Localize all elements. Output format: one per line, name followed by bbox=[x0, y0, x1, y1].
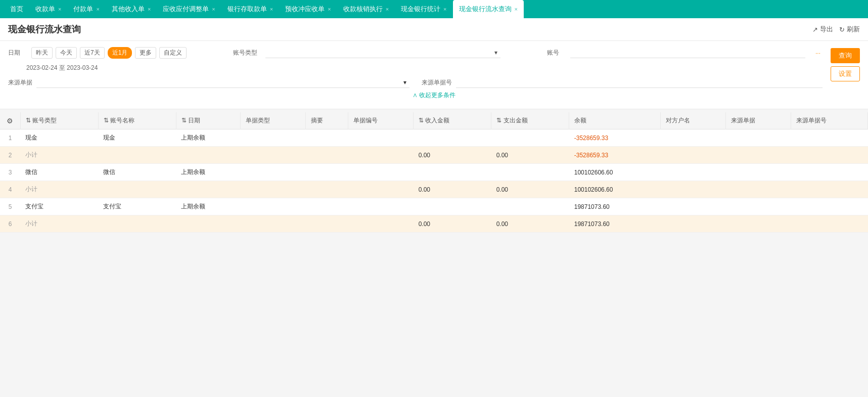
cell-source-doc bbox=[726, 129, 791, 147]
col-gear[interactable]: ⚙ bbox=[0, 112, 20, 129]
date-label: 日期 bbox=[8, 49, 23, 57]
col-account-type[interactable]: ⇅ 账号类型 bbox=[20, 112, 98, 129]
col-source-doc-no: 来源单据号 bbox=[791, 112, 868, 129]
cell-counterpart bbox=[661, 129, 726, 147]
cell-account-name bbox=[98, 181, 176, 198]
cell-index: 2 bbox=[0, 147, 20, 164]
col-doc-no: 单据编号 bbox=[348, 112, 414, 129]
nav-other-income-close[interactable]: × bbox=[148, 6, 151, 12]
cell-summary bbox=[305, 215, 348, 233]
table-header-row: ⚙ ⇅ 账号类型 ⇅ 账号名称 ⇅ 日期 单据类型 摘要 bbox=[0, 112, 868, 129]
cell-index: 1 bbox=[0, 129, 20, 147]
refresh-button[interactable]: ↻ 刷新 bbox=[839, 25, 860, 34]
col-date[interactable]: ⇅ 日期 bbox=[176, 112, 240, 129]
cell-source-doc bbox=[726, 147, 791, 164]
date-btn-custom[interactable]: 自定义 bbox=[159, 47, 187, 59]
date-btn-more[interactable]: 更多 bbox=[135, 47, 156, 59]
cell-account-type: 小计 bbox=[20, 147, 98, 164]
account-type-dropdown-icon: ▾ bbox=[494, 49, 497, 56]
cell-source-doc-no bbox=[791, 129, 868, 147]
nav-advance-offset-close[interactable]: × bbox=[328, 6, 331, 12]
nav-advance-offset[interactable]: 预收冲应收单 × bbox=[279, 0, 337, 18]
export-button[interactable]: ↗ 导出 bbox=[812, 25, 833, 34]
cell-summary bbox=[305, 129, 348, 147]
nav-bank-deposit-label: 银行存取款单 bbox=[227, 5, 267, 14]
col-doc-type: 单据类型 bbox=[240, 112, 305, 129]
account-ellipsis-btn[interactable]: ··· bbox=[813, 50, 823, 57]
cell-source-doc-no bbox=[791, 181, 868, 198]
nav-bank-deposit-close[interactable]: × bbox=[270, 6, 273, 12]
date-btn-7days[interactable]: 近7天 bbox=[80, 47, 105, 59]
cell-doc-type bbox=[240, 215, 305, 233]
date-range-display: 2023-02-24 至 2023-03-24 bbox=[26, 64, 98, 71]
settings-button[interactable]: 设置 bbox=[831, 66, 860, 81]
cell-doc-no bbox=[348, 181, 414, 198]
nav-bank-deposit[interactable]: 银行存取款单 × bbox=[221, 0, 279, 18]
cell-date bbox=[176, 215, 240, 233]
cell-income bbox=[414, 164, 491, 181]
account-input[interactable] bbox=[570, 48, 805, 58]
nav-other-income[interactable]: 其他收入单 × bbox=[106, 0, 157, 18]
nav-payments[interactable]: 付款单 × bbox=[67, 0, 105, 18]
col-expense[interactable]: ⇅ 支出金额 bbox=[491, 112, 569, 129]
cell-doc-type bbox=[240, 198, 305, 215]
col-account-name[interactable]: ⇅ 账号名称 bbox=[98, 112, 176, 129]
date-btn-yesterday[interactable]: 昨天 bbox=[31, 47, 53, 59]
cell-account-name bbox=[98, 215, 176, 233]
nav-cash-bank-stats[interactable]: 现金银行统计 × bbox=[395, 0, 452, 18]
col-income[interactable]: ⇅ 收入金额 bbox=[414, 112, 491, 129]
page-header: 现金银行流水查询 ↗ 导出 ↻ 刷新 bbox=[0, 18, 868, 41]
date-btn-1month[interactable]: 近1月 bbox=[108, 47, 132, 59]
cell-doc-no bbox=[348, 147, 414, 164]
cell-index: 5 bbox=[0, 198, 20, 215]
collapse-bar[interactable]: ∧ 收起更多条件 bbox=[8, 88, 860, 103]
cell-doc-no bbox=[348, 198, 414, 215]
cell-balance: -3528659.33 bbox=[569, 147, 661, 164]
nav-cash-bank-flow[interactable]: 现金银行流水查询 × bbox=[453, 0, 524, 18]
cell-balance: 100102606.60 bbox=[569, 181, 661, 198]
cell-date: 上期余额 bbox=[176, 164, 240, 181]
nav-cash-bank-flow-close[interactable]: × bbox=[515, 6, 518, 12]
table-row: 3 微信 微信 上期余额 100102606.60 bbox=[0, 164, 868, 181]
nav-home[interactable]: 首页 bbox=[4, 0, 29, 18]
cell-account-name: 微信 bbox=[98, 164, 176, 181]
filter-buttons: 查询 设置 bbox=[831, 47, 860, 81]
source-doc-field: 来源单据 ▾ bbox=[8, 77, 409, 88]
cell-balance: 100102606.60 bbox=[569, 164, 661, 181]
date-options: 昨天 今天 近7天 近1月 更多 自定义 bbox=[31, 47, 187, 59]
nav-receipts[interactable]: 收款单 × bbox=[29, 0, 67, 18]
query-button[interactable]: 查询 bbox=[831, 48, 860, 63]
source-doc-select[interactable]: ▾ bbox=[36, 77, 409, 88]
cell-account-name: 支付宝 bbox=[98, 198, 176, 215]
nav-collection-exec-close[interactable]: × bbox=[386, 6, 389, 12]
date-btn-today[interactable]: 今天 bbox=[56, 47, 77, 59]
nav-advance-offset-label: 预收冲应收单 bbox=[285, 5, 325, 14]
cell-source-doc bbox=[726, 164, 791, 181]
nav-collection-exec-label: 收款核销执行 bbox=[343, 5, 383, 14]
nav-payments-close[interactable]: × bbox=[96, 6, 99, 12]
source-doc-no-label: 来源单据号 bbox=[422, 78, 452, 87]
cell-doc-no bbox=[348, 164, 414, 181]
cell-doc-type bbox=[240, 181, 305, 198]
cell-doc-type bbox=[240, 147, 305, 164]
cell-index: 3 bbox=[0, 164, 20, 181]
account-label: 账号 bbox=[547, 49, 562, 57]
table-container: ⚙ ⇅ 账号类型 ⇅ 账号名称 ⇅ 日期 单据类型 摘要 bbox=[0, 112, 868, 233]
nav-ar-ap-adj-close[interactable]: × bbox=[212, 6, 215, 12]
cell-date: 上期余额 bbox=[176, 129, 240, 147]
table-row: 2 小计 0.00 0.00 -3528659.33 bbox=[0, 147, 868, 164]
nav-ar-ap-adj[interactable]: 应收应付调整单 × bbox=[157, 0, 221, 18]
cell-income: 0.00 bbox=[414, 147, 491, 164]
nav-cash-bank-stats-close[interactable]: × bbox=[443, 6, 446, 12]
refresh-label: 刷新 bbox=[847, 25, 860, 34]
nav-collection-exec[interactable]: 收款核销执行 × bbox=[337, 0, 395, 18]
cell-account-type: 小计 bbox=[20, 181, 98, 198]
table-row: 1 现金 现金 上期余额 -3528659.33 bbox=[0, 129, 868, 147]
cell-expense: 0.00 bbox=[491, 181, 569, 198]
col-counterpart: 对方户名 bbox=[661, 112, 726, 129]
filter-row-date: 日期 昨天 今天 近7天 近1月 更多 bbox=[8, 47, 823, 59]
account-type-select[interactable]: ▾ bbox=[265, 48, 500, 58]
nav-receipts-close[interactable]: × bbox=[58, 6, 61, 12]
cell-income: 0.00 bbox=[414, 181, 491, 198]
source-doc-no-input[interactable] bbox=[456, 77, 823, 88]
